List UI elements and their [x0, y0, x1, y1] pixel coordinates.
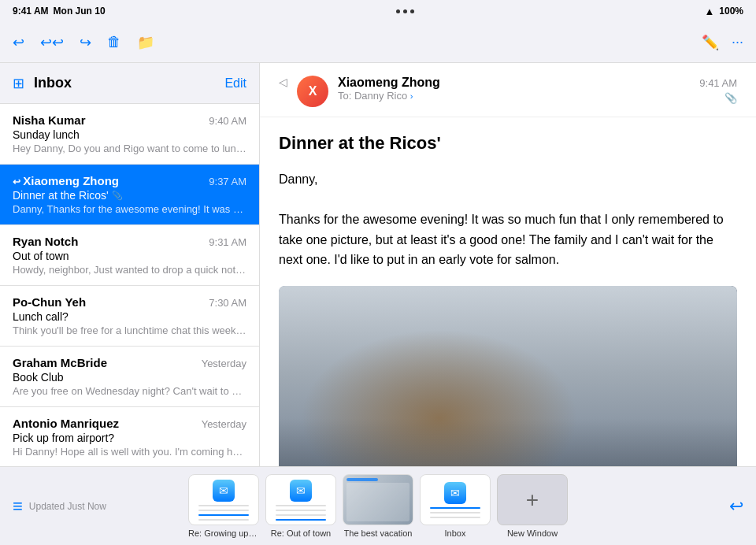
email-subject: Dinner at the Ricos' 📎: [13, 189, 246, 202]
email-body: Danny, Thanks for the awesome evening! I…: [279, 169, 737, 270]
email-item-header: Po-Chun Yeh 7:30 AM: [13, 295, 246, 309]
email-view: ◁ X Xiaomeng Zhong To: Danny Rico › 9:41…: [260, 63, 756, 466]
toolbar-left: ↩ ↩↩ ↪ 🗑 📁: [13, 34, 154, 51]
app-window-thumb-4: ✉: [420, 474, 491, 525]
inbox-header: ⊞ Inbox Edit: [0, 63, 259, 104]
dot2: [403, 9, 407, 13]
email-sender: ↩ Xiaomeng Zhong: [13, 174, 119, 187]
more-button[interactable]: ···: [732, 34, 743, 50]
email-item-selected[interactable]: ↩ Xiaomeng Zhong 9:37 AM Dinner at the R…: [0, 165, 259, 225]
email-view-sender: Xiaomeng Zhong: [338, 76, 690, 90]
email-subject: Lunch call?: [13, 310, 246, 323]
email-image: [279, 286, 737, 466]
reply-icon[interactable]: ↩: [729, 496, 743, 517]
inbox-title: Inbox: [34, 75, 72, 91]
email-view-meta-info: Xiaomeng Zhong To: Danny Rico ›: [338, 76, 690, 102]
inbox-header-left: ⊞ Inbox: [13, 75, 72, 92]
app-window-label-1: Re: Growing up the hall: [188, 528, 259, 538]
email-item-header: ↩ Xiaomeng Zhong 9:37 AM: [13, 174, 246, 187]
email-item[interactable]: Po-Chun Yeh 7:30 AM Lunch call? Think yo…: [0, 286, 259, 347]
app-window-thumb-1: ✉: [188, 474, 259, 525]
email-subject: Out of town: [13, 250, 246, 262]
email-preview: Hi Danny! Hope all is well with you. I'm…: [13, 446, 246, 458]
sidebar-toggle-icon[interactable]: ⊞: [13, 75, 24, 92]
app-window-card-3[interactable]: The best vacation: [343, 474, 413, 538]
mail-icon-2: ✉: [290, 480, 312, 502]
dock-left: ≡ Updated Just Now: [13, 496, 106, 517]
app-window-label-new: New Window: [507, 528, 558, 538]
reply-all-button[interactable]: ↩↩: [40, 34, 64, 51]
dot3: [410, 9, 414, 13]
email-subject: Sunday lunch: [13, 128, 246, 141]
email-item[interactable]: Graham McBride Yesterday Book Club Are y…: [0, 347, 259, 407]
email-preview: Think you'll be free for a lunchtime cha…: [13, 324, 246, 336]
email-sender: Antonio Manriquez: [13, 417, 119, 430]
email-item-header: Nisha Kumar 9:40 AM: [13, 113, 246, 127]
status-bar-left: 9:41 AM Mon Jun 10: [13, 6, 106, 17]
email-sender: Ryan Notch: [13, 235, 78, 248]
email-sender: Nisha Kumar: [13, 113, 86, 127]
email-item[interactable]: Ryan Notch 9:31 AM Out of town Howdy, ne…: [0, 225, 259, 286]
email-time: 9:40 AM: [209, 115, 246, 127]
app-window-card-1[interactable]: ✉ Re: Growing up the hall: [188, 474, 259, 538]
email-sender: Po-Chun Yeh: [13, 295, 86, 309]
email-item-header: Ryan Notch 9:31 AM: [13, 235, 246, 248]
email-subject: Pick up from airport?: [13, 432, 246, 444]
email-preview: Danny, Thanks for the awesome evening! I…: [13, 203, 246, 215]
email-sender: Graham McBride: [13, 356, 107, 369]
email-subject-heading: Dinner at the Ricos': [279, 133, 737, 154]
email-item-header: Antonio Manriquez Yesterday: [13, 417, 246, 430]
forward-button[interactable]: ↪: [80, 34, 91, 51]
app-window-thumb-3: [343, 474, 413, 525]
email-view-header: ◁ X Xiaomeng Zhong To: Danny Rico › 9:41…: [260, 63, 756, 117]
inbox-edit-button[interactable]: Edit: [224, 76, 246, 91]
app-window-label-4: Inbox: [445, 528, 466, 538]
folder-button[interactable]: 📁: [137, 34, 154, 51]
back-arrow-icon[interactable]: ◁: [279, 76, 287, 88]
email-view-time-area: 9:41 AM 📎: [699, 76, 737, 104]
email-time: 7:30 AM: [209, 297, 246, 309]
mail-icon-1: ✉: [213, 480, 235, 502]
status-bar-center: [396, 9, 414, 13]
status-bar: 9:41 AM Mon Jun 10 ▲ 100%: [0, 0, 756, 22]
avatar: X: [297, 76, 328, 107]
email-content[interactable]: Dinner at the Ricos' Danny, Thanks for t…: [260, 117, 756, 466]
dock-right: ↩: [729, 496, 743, 517]
email-list: Nisha Kumar 9:40 AM Sunday lunch Hey Dan…: [0, 104, 259, 466]
email-time: 9:37 AM: [209, 176, 246, 187]
main-container: ↩ ↩↩ ↪ 🗑 📁 ✏️ ··· ⊞ Inbox Edit: [0, 22, 756, 545]
email-item[interactable]: Nisha Kumar 9:40 AM Sunday lunch Hey Dan…: [0, 104, 259, 165]
email-preview: Are you free on Wednesday night? Can't w…: [13, 385, 246, 397]
reply-back-button[interactable]: ↩: [13, 34, 24, 51]
reply-indicator: ↩: [13, 176, 23, 187]
status-day: Mon Jun 10: [54, 6, 106, 17]
status-time: 9:41 AM: [13, 6, 49, 17]
app-switcher: ✉ Re: Growing up the hall ✉: [188, 474, 568, 538]
email-item[interactable]: Antonio Manriquez Yesterday Pick up from…: [0, 407, 259, 466]
dot1: [396, 9, 400, 13]
bottom-dock: ≡ Updated Just Now ✉ Re: Growing up the …: [0, 466, 756, 545]
wifi-icon: ▲: [704, 6, 714, 17]
trash-button[interactable]: 🗑: [107, 34, 121, 50]
new-window-plus-icon: +: [526, 488, 539, 513]
app-window-card-4[interactable]: ✉ Inbox: [420, 474, 491, 538]
chevron-icon[interactable]: ›: [410, 91, 413, 101]
app-window-card-new[interactable]: + New Window: [497, 474, 568, 538]
email-item-header: Graham McBride Yesterday: [13, 356, 246, 369]
email-toolbar: ↩ ↩↩ ↪ 🗑 📁 ✏️ ···: [0, 22, 756, 63]
email-view-to: To: Danny Rico ›: [338, 90, 690, 102]
compose-button[interactable]: ✏️: [702, 34, 719, 51]
mail-icon-4: ✉: [444, 482, 466, 504]
email-time: Yesterday: [202, 418, 246, 430]
email-view-meta: ◁ X Xiaomeng Zhong To: Danny Rico › 9:41…: [279, 76, 737, 107]
attachment-icon: 📎: [112, 191, 123, 201]
app-window-card-2[interactable]: ✉ Re: Out of town: [265, 474, 336, 538]
mail-list-icon[interactable]: ≡: [13, 496, 23, 517]
attachment-indicator: 📎: [724, 92, 737, 104]
app-window-label-2: Re: Out of town: [271, 528, 331, 538]
status-bar-right: ▲ 100%: [704, 6, 743, 17]
battery-level: 100%: [719, 6, 743, 17]
content-area: ⊞ Inbox Edit Nisha Kumar 9:40 AM Sunday …: [0, 63, 756, 466]
inbox-sidebar: ⊞ Inbox Edit Nisha Kumar 9:40 AM Sunday …: [0, 63, 260, 466]
app-window-thumb-2: ✉: [265, 474, 336, 525]
